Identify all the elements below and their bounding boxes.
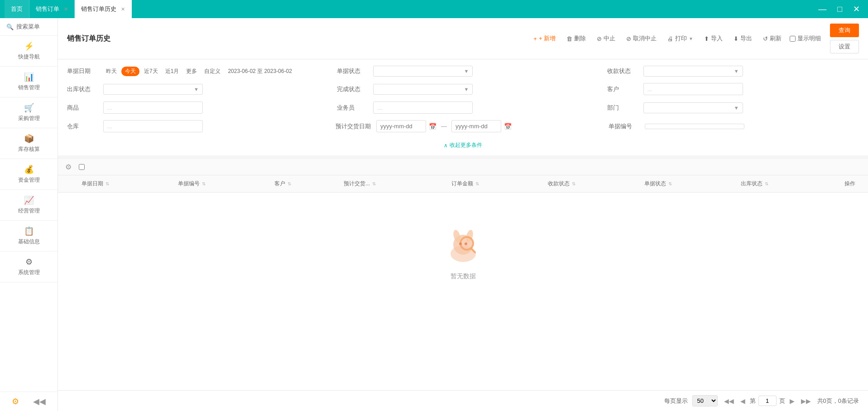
sidebar-quick-nav-label: 快捷导航 bbox=[18, 53, 40, 61]
sidebar-settings-icon[interactable]: ⚙ bbox=[12, 396, 19, 406]
page-label: 第 bbox=[750, 397, 756, 405]
col-header-out-status[interactable]: 出库状态 ⇅ bbox=[735, 175, 832, 193]
page-prev-button[interactable]: ◀ bbox=[739, 396, 747, 406]
doc-number-input[interactable] bbox=[645, 124, 744, 129]
salesman-input[interactable]: ... bbox=[373, 102, 473, 114]
tab-sales-order[interactable]: 销售订单 ✕ bbox=[29, 0, 75, 18]
search-icon: 🔍 bbox=[6, 24, 14, 30]
expected-delivery-label: 预计交货日期 bbox=[336, 122, 376, 131]
customer-value: ... bbox=[647, 86, 652, 92]
customer-filter: ... bbox=[643, 83, 859, 95]
cancel-stop-button[interactable]: ⊘ 取消中止 bbox=[623, 33, 659, 44]
refresh-label: 刷新 bbox=[770, 34, 782, 43]
expected-delivery-filter: 📅 — 📅 bbox=[376, 120, 590, 132]
window-minimize-icon[interactable]: — bbox=[815, 5, 830, 14]
refresh-button[interactable]: ↺ 刷新 bbox=[760, 33, 784, 44]
page-last-button[interactable]: ▶▶ bbox=[799, 396, 813, 406]
date-today[interactable]: 今天 bbox=[121, 67, 139, 76]
sidebar-collapse-icon[interactable]: ◀◀ bbox=[33, 396, 46, 406]
customer-label: 客户 bbox=[607, 85, 643, 93]
tab-sales-order-history-close[interactable]: ✕ bbox=[121, 6, 125, 12]
settings-button[interactable]: 设置 bbox=[830, 40, 859, 53]
col-header-customer[interactable]: 客户 ⇅ bbox=[269, 175, 338, 193]
stop-label: 中止 bbox=[604, 34, 615, 43]
col-header-doc-date[interactable]: 单据日期 ⇅ bbox=[76, 175, 173, 193]
window-maximize-icon[interactable]: □ bbox=[834, 5, 846, 14]
query-button[interactable]: 查询 bbox=[830, 24, 859, 37]
date-range-text: 2023-06-02 至 2023-06-02 bbox=[228, 68, 292, 75]
import-button[interactable]: ⬆ 导入 bbox=[701, 33, 725, 44]
top-bar: 首页 销售订单 ✕ 销售订单历史 ✕ — □ ✕ bbox=[0, 0, 868, 18]
date-from-calendar-icon[interactable]: 📅 bbox=[429, 123, 436, 130]
payment-status-filter: ▼ bbox=[643, 66, 859, 77]
salesman-value: ... bbox=[377, 104, 382, 111]
payment-status-select[interactable]: ▼ bbox=[643, 66, 743, 77]
col-header-doc-status[interactable]: 单据状态 ⇅ bbox=[639, 175, 735, 193]
display-detail-label: 显示明细 bbox=[797, 34, 821, 43]
out-status-filter: ▼ bbox=[103, 84, 319, 95]
col-order-amount-label: 订单金额 bbox=[451, 180, 473, 187]
page-next-button[interactable]: ▶ bbox=[788, 396, 796, 406]
date-custom[interactable]: 自定义 bbox=[201, 67, 223, 76]
col-doc-date-sort-icon: ⇅ bbox=[106, 181, 109, 186]
tab-sales-order-close[interactable]: ✕ bbox=[64, 6, 68, 12]
col-payment-status-label: 收款状态 bbox=[548, 180, 570, 187]
tab-sales-order-history[interactable]: 销售订单历史 ✕ bbox=[75, 0, 132, 18]
sidebar-sales-mgmt-label: 销售管理 bbox=[18, 84, 40, 92]
complete-status-select[interactable]: ▼ bbox=[373, 84, 473, 95]
sidebar-item-sales-mgmt[interactable]: 📊 销售管理 bbox=[0, 67, 58, 97]
sidebar-item-basic-info[interactable]: 📋 基础信息 bbox=[0, 221, 58, 251]
date-to-input[interactable] bbox=[451, 120, 501, 132]
page-first-button[interactable]: ◀◀ bbox=[722, 396, 736, 406]
date-to-calendar-icon[interactable]: 📅 bbox=[504, 123, 512, 130]
page-input[interactable] bbox=[758, 396, 777, 406]
basic-info-icon: 📋 bbox=[24, 226, 34, 236]
complete-status-label: 完成状态 bbox=[337, 85, 373, 93]
sidebar-item-search[interactable]: 🔍 搜索菜单 bbox=[0, 18, 58, 36]
window-close-icon[interactable]: ✕ bbox=[849, 4, 863, 14]
stop-button[interactable]: ⊘ 中止 bbox=[594, 33, 618, 44]
date-yesterday[interactable]: 昨天 bbox=[103, 67, 120, 76]
date-more[interactable]: 更多 bbox=[183, 67, 200, 76]
delete-button[interactable]: 🗑 删除 bbox=[564, 33, 589, 44]
sidebar-inventory-calc-label: 库存核算 bbox=[18, 145, 40, 153]
dept-select[interactable]: ▼ bbox=[643, 102, 743, 113]
date-from-input[interactable] bbox=[376, 120, 426, 132]
display-detail-checkbox[interactable] bbox=[790, 36, 796, 42]
sidebar-item-inventory-calc[interactable]: 📦 库存核算 bbox=[0, 128, 58, 159]
per-page-select[interactable]: 50 10 20 100 bbox=[692, 395, 718, 406]
per-page-label: 每页显示 bbox=[664, 397, 688, 405]
new-button[interactable]: + + 新增 bbox=[531, 33, 558, 44]
table-settings-icon[interactable]: ⚙ bbox=[65, 163, 72, 171]
sidebar-item-finance-mgmt[interactable]: 💰 资金管理 bbox=[0, 159, 58, 190]
date-last7[interactable]: 近7天 bbox=[141, 67, 161, 76]
page-suffix: 页 bbox=[779, 397, 785, 405]
sidebar-item-system-mgmt[interactable]: ⚙ 系统管理 bbox=[0, 251, 58, 282]
sidebar-item-quick-nav[interactable]: ⚡ 快捷导航 bbox=[0, 36, 58, 67]
tab-home[interactable]: 首页 bbox=[5, 0, 29, 18]
doc-status-select[interactable]: ▼ bbox=[373, 66, 473, 77]
warehouse-filter: ... bbox=[103, 120, 317, 132]
customer-input[interactable]: ... bbox=[643, 83, 743, 95]
out-status-select[interactable]: ▼ bbox=[103, 84, 203, 95]
export-button[interactable]: ⬇ 导出 bbox=[731, 33, 755, 44]
new-label: + 新增 bbox=[539, 34, 556, 43]
collapse-more-button[interactable]: ∧ 收起更多条件 bbox=[67, 139, 859, 149]
query-settings-group: 查询 设置 bbox=[830, 24, 859, 53]
sidebar-item-business-mgmt[interactable]: 📈 经营管理 bbox=[0, 190, 58, 221]
salesman-filter: ... bbox=[373, 102, 589, 114]
filter-row-2: 出库状态 ▼ 完成状态 ▼ 客户 ... bbox=[67, 83, 859, 95]
col-header-expected-delivery[interactable]: 预计交货... ⇅ bbox=[338, 175, 446, 193]
print-button[interactable]: 🖨 打印 ▼ bbox=[665, 33, 696, 44]
col-header-payment-status[interactable]: 收款状态 ⇅ bbox=[542, 175, 639, 193]
empty-icon bbox=[441, 220, 486, 265]
col-header-doc-number[interactable]: 单据编号 ⇅ bbox=[173, 175, 269, 193]
warehouse-input[interactable]: ... bbox=[103, 120, 203, 132]
date-last1m[interactable]: 近1月 bbox=[163, 67, 182, 76]
col-header-order-amount[interactable]: 订单金额 ⇅ bbox=[446, 175, 542, 193]
svg-point-6 bbox=[459, 242, 462, 245]
product-input[interactable]: ... bbox=[103, 102, 203, 114]
sidebar-item-purchase-mgmt[interactable]: 🛒 采购管理 bbox=[0, 97, 58, 128]
select-all-checkbox[interactable] bbox=[79, 164, 85, 170]
product-label: 商品 bbox=[67, 104, 103, 112]
